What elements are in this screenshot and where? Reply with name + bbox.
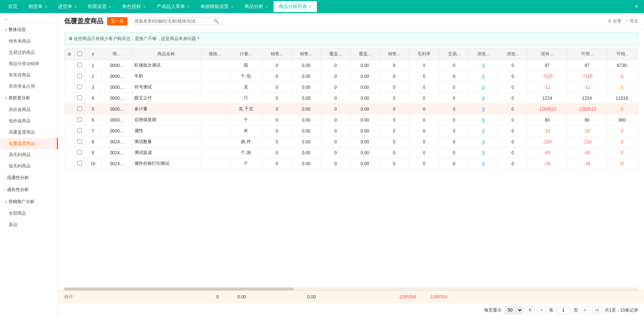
cell-browse-count[interactable]: 0 (469, 147, 498, 158)
cell-trans-count: 0 (439, 147, 469, 158)
next-page-btn[interactable]: > (581, 306, 589, 314)
cell-sellable: 11016: (607, 93, 638, 104)
nav-close-finished[interactable]: × (187, 4, 189, 9)
row-checkbox[interactable] (77, 128, 82, 133)
sidebar-item-traded-goods[interactable]: 交易过的商品 (0, 47, 58, 58)
nav-close-analysis-list[interactable]: × (309, 4, 311, 9)
nav-item-template[interactable]: 单据模板设置 × (195, 1, 238, 12)
cell-browse-count[interactable]: 0 (469, 104, 498, 115)
last-page-btn[interactable]: >| (592, 306, 602, 314)
nav-item-analysis[interactable]: 商品分析 × (239, 1, 273, 12)
cell-browse-count[interactable]: 0 (469, 136, 498, 147)
share-btn[interactable]: ⎘ 分享 (609, 18, 621, 24)
prev-page-btn[interactable]: < (538, 306, 546, 314)
sidebar-item-low-coverage[interactable]: 低覆盖度商品 (0, 138, 58, 149)
cell-check[interactable] (75, 93, 85, 104)
cell-gross-rate: 0 (409, 115, 439, 126)
cell-browse-count[interactable]: 0 (469, 158, 498, 169)
nav-label-template: 单据模板设置 (200, 3, 229, 10)
cell-check[interactable] (75, 115, 85, 126)
sidebar-item-all-goods[interactable]: 全部商品 (0, 208, 58, 219)
footer-label: 合计: (64, 294, 74, 300)
col-sales-count: 销售... (262, 48, 292, 60)
row-checkbox[interactable] (77, 106, 82, 111)
current-page-input[interactable] (556, 306, 571, 314)
row-checkbox[interactable] (77, 63, 82, 67)
nav-item-roles[interactable]: 角色授权 × (117, 1, 150, 12)
search-icon[interactable]: 🔍 (213, 19, 219, 24)
row-checkbox[interactable] (77, 139, 82, 144)
sidebar-section-cluster[interactable]: ∨ 类群度分析 (0, 92, 58, 104)
cell-browse-count[interactable]: 0 (469, 126, 498, 136)
first-page-btn[interactable]: K (526, 306, 535, 314)
sidebar-item-high-margin[interactable]: 高毛利商品 (0, 149, 58, 161)
cell-browse-count[interactable]: 0 (469, 115, 498, 126)
sidebar-item-high-coverage[interactable]: 高覆盖度商品 (0, 127, 58, 138)
sidebar-section-marketing[interactable]: ∨ 营销推广分析 (0, 196, 58, 208)
sidebar-item-high-value[interactable]: 高价值商品 (0, 104, 58, 115)
cell-check[interactable] (75, 126, 85, 136)
nav-label-purchase: 进货单 (58, 3, 72, 10)
row-checkbox[interactable] (77, 74, 82, 78)
search-input[interactable] (134, 19, 212, 24)
cell-browse-count[interactable]: 0 (469, 60, 498, 71)
col-settings[interactable]: ⚙ (64, 48, 75, 60)
cell-check[interactable] (75, 158, 85, 169)
cell-code: 0024... (101, 147, 132, 158)
sidebar-collapse-btn[interactable]: « (4, 16, 7, 22)
col-browse-uv: 浏览... (498, 48, 527, 60)
cell-gross-rate: 0 (409, 104, 439, 115)
export-btn[interactable]: ↑ 导出 (626, 18, 638, 24)
nav-item-purchase[interactable]: 进货单 × (53, 1, 82, 12)
sidebar-item-in-stock[interactable]: 有库存商品 (0, 70, 58, 81)
cell-check[interactable] (75, 71, 85, 82)
nav-close-template[interactable]: × (231, 4, 233, 9)
cell-sales-count: 0 (262, 93, 292, 104)
row-checkbox[interactable] (77, 95, 82, 100)
nav-close-permissions[interactable]: × (109, 4, 111, 9)
row-checkbox[interactable] (77, 117, 82, 122)
cell-check[interactable] (75, 60, 85, 71)
select-all-checkbox[interactable] (77, 51, 82, 56)
scrollbar-track[interactable] (64, 288, 638, 290)
sidebar-item-low-value[interactable]: 低价值商品 (0, 115, 58, 127)
time-filter-btn[interactable]: 近一月 (107, 17, 127, 25)
scrollbar-thumb[interactable] (64, 288, 294, 290)
page-size-select[interactable]: 50 100 200 (504, 306, 523, 314)
cell-check[interactable] (75, 82, 85, 93)
cell-browse-count[interactable]: 0 (469, 82, 498, 93)
nav-item-sales[interactable]: 销货单 × (23, 1, 52, 12)
nav-close-purchase[interactable]: × (74, 4, 76, 9)
cell-unit: 个,包 (229, 71, 262, 82)
nav-item-analysis-list[interactable]: 商品分析列表 × (274, 1, 317, 12)
nav-close-analysis[interactable]: × (266, 4, 268, 9)
sidebar-section-growth[interactable]: › 成长性分析 (0, 184, 58, 196)
page-title: 低覆盖度商品 (64, 17, 103, 25)
row-checkbox[interactable] (77, 161, 82, 166)
cell-sales-amount: 0.00 (291, 104, 321, 115)
cell-check[interactable] (75, 136, 85, 147)
cell-gross-rate: 0 (409, 136, 439, 147)
cell-check[interactable] (75, 147, 85, 158)
sidebar-item-capital[interactable]: 库存资金占用 (0, 81, 58, 92)
nav-item-permissions[interactable]: 权限设置 × (83, 1, 116, 12)
sidebar-section-overall[interactable]: ∨ 整体信息 (0, 24, 58, 36)
cell-check[interactable] (75, 104, 85, 115)
sidebar-item-sales-goods[interactable]: 销售类商品 (0, 36, 58, 47)
sidebar-item-new-goods[interactable]: 新品 (0, 219, 58, 230)
window-close-btn[interactable]: × (632, 2, 641, 11)
footer-current-stock: -1095554 (392, 294, 421, 300)
cell-sales-days: 0 (380, 158, 409, 169)
nav-close-sales[interactable]: × (45, 4, 47, 9)
nav-item-finished[interactable]: 产成品入库单 × (152, 1, 195, 12)
cell-browse-count[interactable]: 0 (469, 71, 498, 82)
sidebar-item-category-rate[interactable]: 商品分类动销率 (0, 58, 58, 70)
cell-browse-count[interactable]: 0 (469, 93, 498, 104)
row-checkbox[interactable] (77, 84, 82, 89)
col-check-all[interactable] (75, 48, 85, 60)
sidebar-item-low-margin[interactable]: 低毛利商品 (0, 161, 58, 172)
sidebar-section-circulation[interactable]: › 流通性分析 (0, 172, 58, 184)
row-checkbox[interactable] (77, 150, 82, 155)
nav-item-home[interactable]: 首页 (3, 1, 23, 12)
nav-close-roles[interactable]: × (143, 4, 145, 9)
